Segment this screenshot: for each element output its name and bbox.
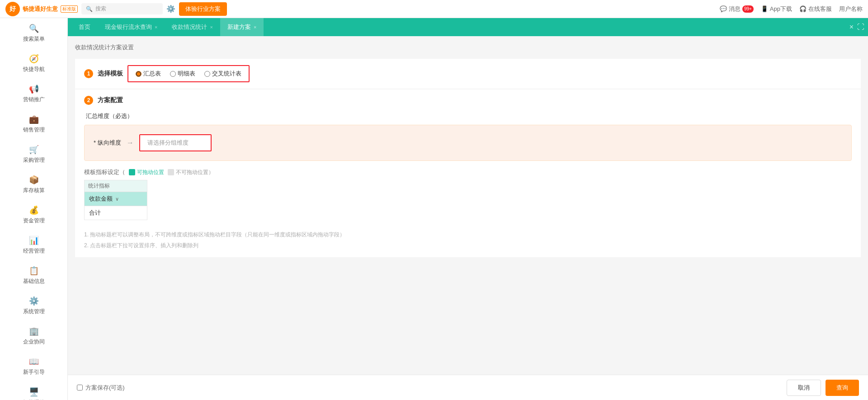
dimension-drop-area: * 纵向维度 → 请选择分组维度 — [84, 125, 852, 161]
metric-name-label: 收款金额 — [89, 195, 113, 203]
sidebar-item-nav[interactable]: 🧭 快捷导航 — [0, 48, 67, 79]
cancel-button[interactable]: 取消 — [787, 380, 821, 396]
step1-badge: 1 — [84, 69, 93, 78]
step2-header: 2 方案配置 — [84, 96, 852, 105]
step2-title: 方案配置 — [98, 96, 123, 104]
dim-select-box[interactable]: 请选择分组维度 — [139, 134, 212, 151]
footer-left: 方案保存(可选) — [77, 384, 125, 392]
tab-home[interactable]: 首页 — [71, 18, 98, 36]
sidebar-item-label: 新手引导 — [23, 368, 45, 376]
step2-badge: 2 — [84, 96, 93, 105]
sidebar-item-label: 企业协同 — [23, 338, 45, 346]
arrow-right-icon: → — [127, 139, 134, 147]
search-nav-icon: 🔍 — [29, 24, 39, 33]
support-label: 在线客服 — [808, 5, 832, 13]
sidebar-item-enterprise[interactable]: 🏢 企业协同 — [0, 321, 67, 351]
radio-detail-input[interactable] — [170, 71, 176, 77]
sidebar-item-management[interactable]: 📊 经营管理 — [0, 230, 67, 260]
radio-summary-label: 汇总表 — [143, 70, 161, 78]
sidebar-item-label: 系统管理 — [23, 308, 45, 315]
search-icon: 🔍 — [86, 6, 93, 12]
download-action[interactable]: 📱 App下载 — [761, 5, 792, 13]
download-label: App下载 — [770, 5, 792, 13]
radio-detail-label: 明细表 — [178, 70, 195, 78]
save-plan-label: 方案保存(可选) — [85, 384, 125, 392]
header-right: 💬 消息 99+ 📱 App下载 🎧 在线客服 用户名称 — [720, 5, 863, 13]
user-name[interactable]: 用户名称 — [839, 5, 863, 13]
metrics-section: 模板指标设定（ 可拖动位置 不可拖动位置） 统计指标 — [84, 168, 852, 220]
window-close-btn[interactable]: × — [849, 23, 854, 31]
template-options: 汇总表 明细表 交叉统计表 — [127, 65, 250, 82]
sidebar-item-finance[interactable]: 💰 资金管理 — [0, 200, 67, 230]
sidebar-item-guide[interactable]: 📖 新手引导 — [0, 351, 67, 381]
draggable-hint-label: 可拖动位置 — [137, 169, 164, 176]
sidebar-item-label: 搜索菜单 — [23, 35, 45, 43]
tab-cashflow[interactable]: 现金银行流水查询 × — [98, 18, 165, 36]
tab-receipts-close[interactable]: × — [210, 24, 212, 30]
sidebar-item-system[interactable]: ⚙️ 系统管理 — [0, 291, 67, 321]
sidebar-item-marketing[interactable]: 📢 营销推广 — [0, 79, 67, 109]
search-bar[interactable]: 🔍 搜索 — [81, 3, 163, 14]
metrics-label: 模板指标设定（ — [84, 168, 125, 176]
management-icon: 📊 — [29, 235, 39, 245]
sidebar-item-label: 库存核算 — [23, 187, 45, 194]
tab-new-plan-close[interactable]: × — [254, 24, 256, 30]
tip1-text: 1. 拖动标题栏可以调整布局，不可跨维度或指标区域拖动栏目字段（只能在同一维度或… — [84, 229, 345, 240]
message-action[interactable]: 💬 消息 99+ — [720, 5, 754, 13]
tab-new-plan[interactable]: 新建方案 × — [220, 18, 264, 36]
metric-dropdown-icon[interactable]: ∨ — [115, 196, 119, 202]
message-badge: 99+ — [742, 5, 754, 13]
non-draggable-color-box — [168, 169, 174, 175]
footer-right: 取消 查询 — [787, 380, 859, 396]
query-button[interactable]: 查询 — [826, 380, 859, 396]
sidebar-item-label: 经营管理 — [23, 247, 45, 255]
nav-icon: 🧭 — [29, 54, 39, 64]
sidebar-item-hardware[interactable]: 🖥️ 智能硬件 — [0, 381, 67, 400]
sidebar-item-purchase[interactable]: 🛒 采购管理 — [0, 139, 67, 169]
download-icon: 📱 — [761, 5, 768, 12]
sidebar-item-inventory[interactable]: 📦 库存核算 — [0, 169, 67, 200]
metrics-tag-item[interactable]: 收款金额 ∨ — [85, 192, 147, 206]
metrics-header: 模板指标设定（ 可拖动位置 不可拖动位置） — [84, 168, 852, 176]
logo-text: 畅捷通好生意 — [23, 5, 58, 13]
industry-button[interactable]: 体验行业方案 — [179, 2, 227, 16]
system-icon: ⚙️ — [29, 296, 39, 306]
radio-summary-input[interactable] — [136, 71, 142, 77]
window-expand-btn[interactable]: ⛶ — [857, 23, 864, 31]
radio-detail[interactable]: 明细表 — [170, 70, 195, 78]
tab-receipts[interactable]: 收款情况统计 × — [165, 18, 220, 36]
main-area: 首页 现金银行流水查询 × 收款情况统计 × 新建方案 × × ⛶ 收款情况统计… — [68, 18, 868, 400]
sidebar-item-label: 采购管理 — [23, 156, 45, 164]
sidebar-item-label: 基础信息 — [23, 278, 45, 285]
message-label: 消息 — [729, 5, 741, 13]
radio-cross[interactable]: 交叉统计表 — [204, 70, 241, 78]
dim-row-label: * 纵向维度 — [94, 139, 121, 147]
logo-icon: 好 — [5, 2, 20, 16]
sidebar-item-search[interactable]: 🔍 搜索菜单 — [0, 18, 67, 48]
dim-row-vertical: * 纵向维度 → 请选择分组维度 — [94, 134, 842, 151]
support-icon: 🎧 — [799, 5, 807, 12]
finance-icon: 💰 — [29, 205, 39, 215]
radio-cross-input[interactable] — [204, 71, 210, 77]
support-action[interactable]: 🎧 在线客服 — [799, 5, 832, 13]
non-draggable-indicator: 不可拖动位置） — [168, 169, 214, 176]
sidebar-item-basic[interactable]: 📋 基础信息 — [0, 260, 67, 291]
header-settings-icon[interactable]: ⚙️ — [166, 5, 175, 13]
tips-section: 1. 拖动标题栏可以调整布局，不可跨维度或指标区域拖动栏目字段（只能在同一维度或… — [84, 229, 852, 251]
search-placeholder: 搜索 — [95, 5, 106, 13]
tip2: 2. 点击标题栏下拉可设置排序、插入列和删除列 — [84, 240, 852, 251]
tab-cashflow-close[interactable]: × — [155, 24, 157, 30]
guide-icon: 📖 — [29, 357, 39, 367]
save-plan-checkbox[interactable] — [77, 385, 83, 391]
enterprise-icon: 🏢 — [29, 326, 39, 336]
metrics-tag-area: 统计指标 收款金额 ∨ 合计 — [84, 180, 147, 220]
sidebar-item-sales[interactable]: 💼 销售管理 — [0, 109, 67, 139]
radio-summary[interactable]: 汇总表 — [136, 70, 161, 78]
logo: 好 畅捷通好生意 标准版 — [5, 2, 78, 16]
sidebar: 🔍 搜索菜单 🧭 快捷导航 📢 营销推广 💼 销售管理 🛒 采购管理 📦 库存核… — [0, 18, 68, 400]
step1-header: 1 选择模板 汇总表 明细表 交叉统计表 — [84, 65, 852, 82]
metrics-sub-item: 合计 — [85, 206, 147, 220]
message-icon: 💬 — [720, 5, 727, 12]
header-left: 好 畅捷通好生意 标准版 🔍 搜索 ⚙️ 体验行业方案 — [5, 2, 227, 16]
draggable-indicator: 可拖动位置 — [129, 169, 164, 176]
